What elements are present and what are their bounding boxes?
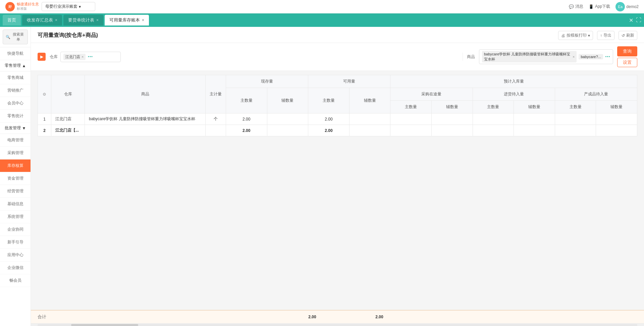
user-profile[interactable]: Ea demo2 — [615, 2, 639, 11]
sidebar-item-quick-nav[interactable]: 快捷导航 — [0, 47, 31, 60]
tab-available-close[interactable]: × — [142, 18, 144, 22]
sidebar-retail-stats-label: 零售统计 — [7, 113, 23, 118]
footer-values: 2.00 2.00 — [81, 315, 637, 319]
sidebar-item-member-center[interactable]: 会员中心 — [0, 97, 31, 110]
expand-icon: ▶ — [40, 54, 43, 59]
sidebar-group-retail: 零售管理 ▲ — [0, 60, 31, 72]
sidebar-item-operations[interactable]: 经营管理 — [0, 185, 31, 198]
scroll-thumb[interactable] — [71, 324, 138, 326]
tab-receivable-summary[interactable]: 收发存汇总表 × — [22, 15, 62, 26]
tab-available-inventory[interactable]: 可用量库存账本 × — [105, 15, 149, 26]
row-index: 1 — [38, 113, 51, 125]
user-name: demo2 — [626, 4, 639, 9]
export-label: 导出 — [603, 33, 611, 38]
export-icon: ↑ — [600, 33, 602, 38]
sidebar-inventory-label: 库存核算 — [7, 163, 23, 168]
tab-available-label: 可用量库存账本 — [109, 17, 140, 23]
row-avail-aux — [349, 113, 390, 125]
warehouse-filter-input[interactable]: 江北门店 × ··· — [60, 52, 121, 62]
table-col-settings[interactable]: ⚙ — [38, 75, 51, 113]
table-footer: 合计 2.00 2.00 — [31, 310, 644, 323]
search-menu-btn[interactable]: 🔍 搜索菜单 — [3, 30, 28, 44]
sidebar: 🔍 搜索菜单 快捷导航 零售管理 ▲ 零售商城 营销推广 会员中心 零售统计 批… — [0, 27, 31, 326]
sidebar-item-marketing[interactable]: 营销推广 — [0, 84, 31, 97]
sidebar-item-enterprise-collab[interactable]: 企业协同 — [0, 223, 31, 236]
search-icon: 🔍 — [6, 35, 10, 39]
sidebar-item-enterprise-wechat[interactable]: 企业微信 — [0, 262, 31, 274]
chevron-down-icon: ▼ — [22, 126, 26, 131]
message-btn[interactable]: 💬 消息 — [569, 4, 583, 9]
row-inbound-aux — [514, 125, 555, 136]
product-tag-1-close[interactable]: × — [573, 55, 575, 59]
table-header-row-1: ⚙ 仓库 商品 主计量 现存量 — [38, 75, 637, 88]
sidebar-item-app-center[interactable]: 应用中心 — [0, 249, 31, 262]
nav-tabs: 首页 收发存汇总表 × 要货单统计表 × 可用量库存账本 × ✕ ⛶ — [0, 13, 644, 27]
row-product-main — [555, 113, 596, 125]
sidebar-item-retail-stats[interactable]: 零售统计 — [0, 110, 31, 123]
row-avail-aux — [349, 125, 390, 136]
tab-home[interactable]: 首页 — [3, 15, 21, 26]
row-product-main — [555, 125, 596, 136]
sidebar-item-inventory[interactable]: 库存核算 — [0, 159, 31, 172]
sidebar-item-vip[interactable]: 畅会员 — [0, 274, 31, 287]
table-header-inbound-aux: 辅数量 — [514, 101, 555, 113]
logo-area: 好 畅捷通好生意 标准版 — [5, 2, 39, 11]
row-stock-main: 2.00 — [226, 113, 267, 125]
sidebar-wholesale-label: 批发管理 — [5, 125, 21, 131]
table-header-avail-aux: 辅数量 — [349, 88, 390, 113]
logo-subtext: 标准版 — [17, 6, 39, 11]
filter-expand-btn[interactable]: ▶ — [38, 53, 46, 61]
table-row: 1 江北门店 babycare学饮杯 儿童防摔防撞吸管杯重力球吸嘴杯宝宝水杯 个… — [38, 113, 637, 125]
avatar: Ea — [615, 2, 625, 11]
sidebar-item-wholesale-management[interactable]: 批发管理 ▼ — [0, 123, 31, 134]
sidebar-item-finance[interactable]: 资金管理 — [0, 172, 31, 185]
industry-selector[interactable]: 母婴行业演示账套 ▾ — [42, 2, 95, 11]
sidebar-item-retail-management[interactable]: 零售管理 ▲ — [0, 60, 31, 72]
product-tag-2: babycare?... — [579, 54, 603, 59]
sidebar-item-newbie-guide[interactable]: 新手引导 — [0, 236, 31, 249]
table-header-purchase-transit: 采购在途量 — [390, 88, 473, 101]
product-filter-input[interactable]: babycare学饮杯 儿童防摔防撞吸管杯重力球吸嘴杯宝宝水杯 × babyca… — [479, 49, 613, 64]
inventory-table: ⚙ 仓库 商品 主计量 现存量 — [38, 75, 637, 136]
print-template-btn[interactable]: 🖨 按模板打印 ▾ — [558, 31, 593, 40]
export-btn[interactable]: ↑ 导出 — [597, 31, 614, 40]
app-download-btn[interactable]: 📱 App下载 — [589, 4, 610, 9]
settings-btn[interactable]: 设置 — [617, 58, 637, 67]
tab-receivable-close[interactable]: × — [55, 18, 57, 22]
row-purchase-aux — [431, 113, 473, 125]
sidebar-item-basic-info[interactable]: 基础信息 — [0, 198, 31, 211]
close-all-tabs-btn[interactable]: ✕ — [629, 17, 633, 24]
warehouse-tag-close[interactable]: × — [82, 55, 84, 59]
row-inbound-aux — [514, 113, 555, 125]
fullscreen-btn[interactable]: ⛶ — [636, 17, 641, 23]
row-product-aux — [596, 125, 637, 136]
query-btn[interactable]: 查询 — [617, 46, 637, 56]
tab-order-close[interactable]: × — [96, 18, 99, 22]
horizontal-scrollbar[interactable] — [31, 323, 644, 326]
top-header: 好 畅捷通好生意 标准版 母婴行业演示账套 ▾ 💬 消息 📱 App下载 Ea … — [0, 0, 644, 13]
warehouse-filter-more[interactable]: ··· — [88, 53, 93, 60]
refresh-btn[interactable]: ↺ 刷新 — [619, 31, 637, 40]
table-header-product: 商品 — [85, 75, 206, 113]
product-tag-1: babycare学饮杯 儿童防摔防撞吸管杯重力球吸嘴杯宝宝水杯 × — [482, 51, 577, 62]
row-stock-aux — [267, 113, 308, 125]
table-row: 2 江北门店【... 2.00 2.00 — [38, 125, 637, 136]
warehouse-tag-text: 江北门店 — [65, 54, 80, 59]
table-header-purchase-aux: 辅数量 — [431, 101, 473, 113]
sidebar-ecommerce-label: 电商管理 — [7, 138, 23, 142]
warehouse-tag: 江北门店 × — [63, 54, 86, 60]
search-menu-label: 搜索菜单 — [12, 32, 25, 42]
row-product: babycare学饮杯 儿童防摔防撞吸管杯重力球吸嘴杯宝宝水杯 — [85, 113, 206, 125]
settings-icon: ⚙ — [43, 92, 46, 97]
sidebar-item-purchase[interactable]: 采购管理 — [0, 147, 31, 159]
sidebar-item-retail-mall[interactable]: 零售商城 — [0, 72, 31, 84]
sidebar-item-system[interactable]: 系统管理 — [0, 211, 31, 223]
tab-order-stats[interactable]: 要货单统计表 × — [63, 15, 103, 26]
user-initials: Ea — [618, 5, 623, 9]
row-purchase-main — [390, 125, 432, 136]
industry-label: 母婴行业演示账套 — [45, 4, 77, 9]
sidebar-retail-mall-label: 零售商城 — [7, 75, 23, 80]
sidebar-item-ecommerce[interactable]: 电商管理 — [0, 134, 31, 147]
product-filter-more[interactable]: ··· — [605, 53, 610, 60]
phone-icon: 📱 — [589, 4, 594, 9]
